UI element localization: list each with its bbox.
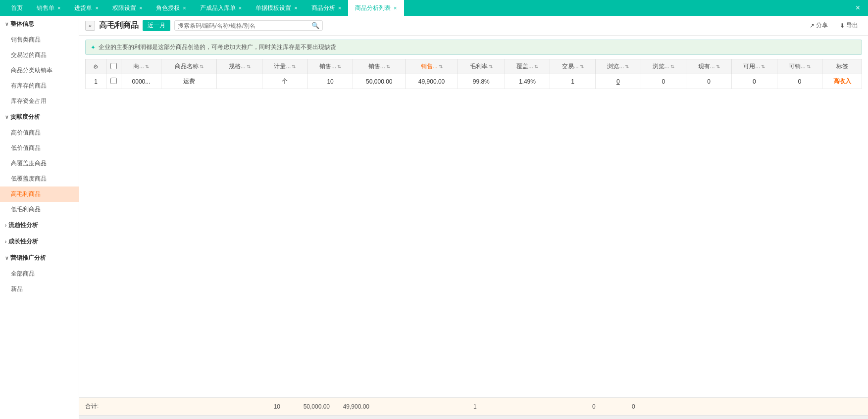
- close-analysis-list-tab[interactable]: ×: [394, 5, 397, 11]
- cell-spec: [217, 74, 262, 89]
- sidebar-item-high-value[interactable]: 高价值商品: [0, 125, 79, 140]
- close-permission-tab[interactable]: ×: [139, 5, 142, 11]
- cell-view2: 0: [641, 74, 686, 89]
- sidebar-group-growth[interactable]: › 成长性分析: [0, 233, 79, 250]
- sidebar-item-low-margin[interactable]: 低毛利商品: [0, 202, 79, 217]
- info-banner: ✦ 企业的主要的利润都是这部分商品创造的，可考虑加大推广，同时关注库存是不要出现…: [85, 40, 862, 55]
- cell-sales-qty: 10: [307, 74, 353, 89]
- tab-analysis[interactable]: 商品分析 ×: [305, 0, 348, 16]
- th-checkbox[interactable]: [106, 59, 121, 74]
- sidebar-item-stock-capital[interactable]: 库存资金占用: [0, 93, 79, 109]
- th-gross-margin[interactable]: 毛利率⇅: [458, 59, 505, 74]
- sidebar-item-high-coverage[interactable]: 高覆盖度商品: [0, 156, 79, 171]
- cell-checkbox[interactable]: [106, 74, 121, 89]
- search-input[interactable]: [178, 22, 311, 29]
- arrow-overall: ∨: [5, 21, 8, 27]
- cell-coverage: 1.49%: [505, 74, 550, 89]
- tab-role[interactable]: 角色授权 ×: [149, 0, 193, 16]
- th-view2[interactable]: 浏览...⇅: [641, 59, 686, 74]
- arrow-growth: ›: [5, 239, 6, 244]
- cell-name: 运费: [161, 74, 217, 89]
- th-sales-amount[interactable]: 销售...⇅: [353, 59, 406, 74]
- table-footer: 合计: 10 50,000.00 49,900.00 1 0 0: [79, 397, 868, 415]
- th-transaction[interactable]: 交易...⇅: [550, 59, 596, 74]
- tab-permission[interactable]: 权限设置 ×: [105, 0, 149, 16]
- collapse-sidebar-button[interactable]: «: [85, 21, 95, 31]
- th-sales-profit[interactable]: 销售...⇅: [406, 59, 458, 74]
- th-tag[interactable]: 标签: [822, 59, 862, 74]
- sidebar-item-low-value[interactable]: 低价值商品: [0, 140, 79, 156]
- info-icon: ✦: [91, 44, 96, 51]
- page-title: 高毛利商品: [99, 20, 139, 31]
- sidebar-group-marketing[interactable]: ∨ 营销推广分析: [0, 250, 79, 266]
- close-analysis-tab[interactable]: ×: [338, 5, 341, 11]
- footer-transaction: 1: [455, 403, 495, 410]
- tab-sales[interactable]: 销售单 ×: [30, 0, 67, 16]
- close-all-button[interactable]: ×: [852, 3, 864, 12]
- tab-template[interactable]: 单据模板设置 ×: [249, 0, 304, 16]
- close-product-inbound-tab[interactable]: ×: [239, 5, 242, 11]
- sidebar: ∨ 整体信息 销售类商品 交易过的商品 商品分类助销率 有库存的商品 库存资金占…: [0, 16, 79, 419]
- date-filter-button[interactable]: 近一月: [143, 20, 170, 31]
- th-settings[interactable]: ⚙: [86, 59, 106, 74]
- share-button[interactable]: ↗ 分享: [806, 20, 832, 31]
- th-sales-qty[interactable]: 销售...⇅: [307, 59, 353, 74]
- th-name[interactable]: 商品名称⇅: [161, 59, 217, 74]
- sidebar-group-overall[interactable]: ∨ 整体信息: [0, 16, 79, 32]
- arrow-contribution: ∨: [5, 114, 8, 120]
- cell-sales-amount: 50,000.00: [353, 74, 406, 89]
- cell-sales-profit: 49,900.00: [406, 74, 458, 89]
- th-sellable-stock[interactable]: 可销...⇅: [777, 59, 822, 74]
- sidebar-item-high-margin[interactable]: 高毛利商品: [0, 186, 79, 202]
- close-role-tab[interactable]: ×: [183, 5, 186, 11]
- arrow-marketing: ∨: [5, 255, 8, 261]
- sidebar-item-all-goods[interactable]: 全部商品: [0, 266, 79, 281]
- search-icon[interactable]: 🔍: [311, 22, 319, 29]
- sidebar-item-new-goods[interactable]: 新品: [0, 281, 79, 297]
- tab-analysis-list[interactable]: 商品分析列表 ×: [348, 0, 404, 16]
- cell-num: 1: [86, 74, 106, 89]
- horizontal-scrollbar[interactable]: [79, 415, 868, 419]
- sidebar-group-trend[interactable]: › 流趋性分析: [0, 217, 79, 233]
- cell-transaction: 1: [550, 74, 596, 89]
- th-spec[interactable]: 规格...⇅: [217, 59, 262, 74]
- select-all-checkbox[interactable]: [110, 63, 117, 69]
- row-checkbox[interactable]: [110, 78, 117, 84]
- sidebar-item-sales-goods[interactable]: 销售类商品: [0, 32, 79, 47]
- search-wrap: 🔍: [174, 20, 323, 31]
- th-current-stock[interactable]: 现有...⇅: [686, 59, 732, 74]
- close-template-tab[interactable]: ×: [294, 5, 297, 11]
- cell-code: 0000...: [121, 74, 161, 89]
- cell-unit: 个: [262, 74, 308, 89]
- th-view1[interactable]: 浏览...⇅: [595, 59, 641, 74]
- sidebar-item-stocked-goods[interactable]: 有库存的商品: [0, 78, 79, 93]
- cell-gross-margin: 99.8%: [458, 74, 505, 89]
- footer-sales-amount: 50,000.00: [297, 403, 336, 410]
- export-button[interactable]: ⬇ 导出: [836, 20, 862, 31]
- close-purchase-tab[interactable]: ×: [95, 5, 98, 11]
- top-nav: 首页 销售单 × 进货单 × 权限设置 × 角色授权 × 产成品入库单 × 单据…: [0, 0, 868, 16]
- th-unit[interactable]: 计量...⇅: [262, 59, 308, 74]
- th-code[interactable]: 商...⇅: [121, 59, 161, 74]
- export-icon: ⬇: [840, 22, 845, 29]
- cell-view1[interactable]: 0: [595, 74, 641, 89]
- cell-tag: 高收入: [822, 74, 862, 89]
- cell-sellable-stock: 0: [777, 74, 822, 89]
- th-coverage[interactable]: 覆盖...⇅: [505, 59, 550, 74]
- tab-home[interactable]: 首页: [4, 0, 30, 16]
- sidebar-group-contribution[interactable]: ∨ 贡献度分析: [0, 109, 79, 125]
- table-header-row: ⚙ 商...⇅ 商品名称⇅ 规格...⇅ 计量...⇅ 销售...⇅ 销售...…: [86, 59, 862, 74]
- sidebar-item-category-rate[interactable]: 商品分类助销率: [0, 63, 79, 78]
- table-container: ⚙ 商...⇅ 商品名称⇅ 规格...⇅ 计量...⇅ 销售...⇅ 销售...…: [79, 59, 868, 397]
- main-layout: ∨ 整体信息 销售类商品 交易过的商品 商品分类助销率 有库存的商品 库存资金占…: [0, 16, 868, 419]
- tab-purchase[interactable]: 进货单 ×: [67, 0, 105, 16]
- sidebar-item-low-coverage[interactable]: 低覆盖度商品: [0, 171, 79, 186]
- share-icon: ↗: [810, 22, 815, 29]
- tab-product-inbound[interactable]: 产成品入库单 ×: [193, 0, 249, 16]
- footer-label: 合计:: [85, 402, 99, 411]
- sidebar-item-traded-goods[interactable]: 交易过的商品: [0, 47, 79, 63]
- th-available-stock[interactable]: 可用...⇅: [731, 59, 777, 74]
- footer-current-stock: 0: [574, 403, 613, 410]
- close-sales-tab[interactable]: ×: [57, 5, 60, 11]
- footer-sales-profit: 49,900.00: [336, 403, 376, 410]
